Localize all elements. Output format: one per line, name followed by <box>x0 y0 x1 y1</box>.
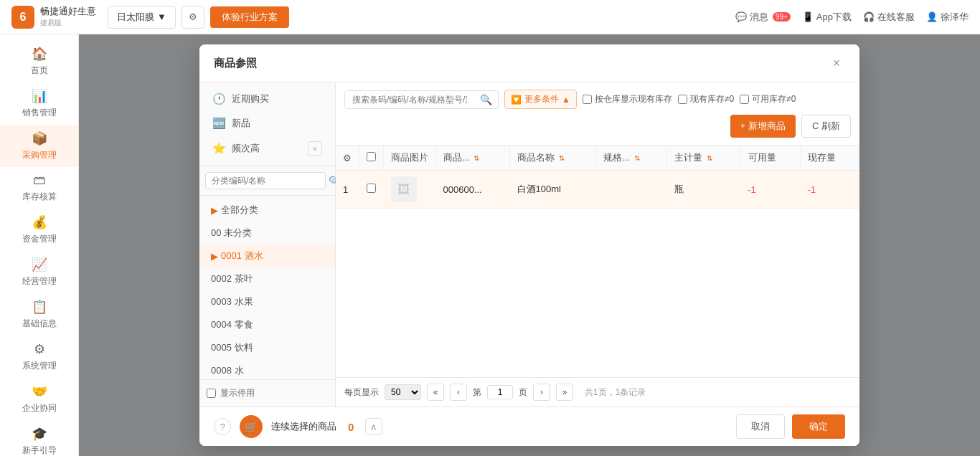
row-checkbox[interactable] <box>359 171 384 209</box>
row-stock: -1 <box>800 171 859 209</box>
show-disabled-checkbox[interactable] <box>207 389 216 398</box>
sidebar-item-enterprise[interactable]: 🤝 企业协同 <box>0 378 78 420</box>
show-disabled-label[interactable]: 显示停用 <box>220 387 255 399</box>
last-page-button[interactable]: » <box>556 384 573 401</box>
nav-dropdown[interactable]: 日太阳膜 ▼ <box>108 6 176 29</box>
category-all[interactable]: ▶ 全部分类 <box>199 199 335 222</box>
main-layout: 🏠 首页 📊 销售管理 📦 采购管理 🗃 库存核算 💰 资金管理 📈 经营管理 … <box>0 34 980 456</box>
collapse-toggle[interactable]: « <box>308 141 322 156</box>
nav-app-download[interactable]: 📱 App下载 <box>802 11 852 24</box>
available-stock-checkbox[interactable] <box>740 95 749 104</box>
row-name: 白酒100ml <box>510 171 596 209</box>
category-snack[interactable]: 0004 零食 <box>199 313 335 336</box>
confirm-button[interactable]: 确定 <box>792 414 845 439</box>
category-search-input[interactable] <box>205 172 326 189</box>
sidebar-item-purchase[interactable]: 📦 采购管理 <box>0 125 78 167</box>
product-search-input[interactable] <box>345 91 474 108</box>
sidebar-item-guide[interactable]: 🎓 新手引导 <box>0 420 78 456</box>
star-icon: ⭐ <box>212 142 226 155</box>
category-uncategorized[interactable]: 00 未分类 <box>199 222 335 244</box>
modal-title: 商品参照 <box>214 57 257 70</box>
warehouse-stock-checkbox[interactable] <box>583 95 592 104</box>
toolbar-right: + 新增商品 C 刷新 <box>730 115 851 138</box>
row-num: 1 <box>336 171 359 209</box>
prev-page-button[interactable]: ‹ <box>450 384 467 401</box>
available-stock-checkbox-label[interactable]: 可用库存≠0 <box>740 93 796 105</box>
th-checkbox <box>359 146 384 171</box>
recent-icon: 🕐 <box>212 92 226 105</box>
product-reference-modal: 商品参照 × 🕐 近期购买 🆕 <box>199 44 859 446</box>
sidebar-item-sales[interactable]: 📊 销售管理 <box>0 82 78 125</box>
help-button[interactable]: ? <box>214 418 231 435</box>
page-number-input[interactable] <box>487 385 513 399</box>
nav-messages[interactable]: 💬 消息 99+ <box>735 11 791 24</box>
gear-icon: ⚙ <box>189 11 197 22</box>
sidebar-item-system[interactable]: ⚙ 系统管理 <box>0 336 78 378</box>
warehouse-stock-checkbox-label[interactable]: 按仓库显示现有库存 <box>583 93 672 105</box>
th-unit[interactable]: 主计量 ⇅ <box>667 146 740 171</box>
logo-icon: 6 <box>11 6 34 29</box>
avatar: 👤 <box>926 11 938 22</box>
sidebar-item-business[interactable]: 📈 经营管理 <box>0 251 78 293</box>
quick-frequent[interactable]: ⭐ 频次高 « <box>205 137 329 160</box>
sidebar-item-home[interactable]: 🏠 首页 <box>0 40 78 82</box>
more-filter-button[interactable]: 🔽 更多条件 ▲ <box>504 90 577 109</box>
cart-button[interactable]: 🛒 <box>240 415 263 438</box>
cancel-button[interactable]: 取消 <box>736 414 785 439</box>
refresh-button[interactable]: C 刷新 <box>801 115 851 138</box>
add-product-button[interactable]: + 新增商品 <box>730 115 796 138</box>
new-icon: 🆕 <box>212 117 226 130</box>
sort-unit-icon: ⇅ <box>707 154 712 162</box>
th-image: 商品图片 <box>384 146 436 171</box>
category-fruit[interactable]: 0003 水果 <box>199 290 335 313</box>
left-panel-footer: 显示停用 <box>199 379 335 407</box>
row-select-checkbox[interactable] <box>367 184 376 193</box>
total-info: 共1页，1条记录 <box>585 386 646 399</box>
guide-icon: 🎓 <box>32 426 47 442</box>
th-code[interactable]: 商品... ⇅ <box>436 146 510 171</box>
table-row[interactable]: 1 🖼 000600... 白酒100ml <box>336 171 859 209</box>
nav-online-service[interactable]: 🎧 在线客服 <box>863 11 915 24</box>
th-stock: 现存量 <box>800 146 859 171</box>
trial-button[interactable]: 体验行业方案 <box>210 6 289 28</box>
sales-icon: 📊 <box>32 88 47 104</box>
modal-close-button[interactable]: × <box>828 54 845 72</box>
current-stock-checkbox-label[interactable]: 现有库存≠0 <box>678 93 734 105</box>
th-name[interactable]: 商品名称 ⇅ <box>510 146 596 171</box>
quick-recent[interactable]: 🕐 近期购买 <box>205 88 329 110</box>
logo-sub: 捷易版 <box>40 18 96 28</box>
next-page-button[interactable]: › <box>533 384 550 401</box>
message-icon: 💬 <box>735 11 747 22</box>
category-active-arrow: ▶ <box>211 251 218 262</box>
select-all-checkbox[interactable] <box>367 152 376 161</box>
current-stock-checkbox[interactable] <box>678 95 687 104</box>
category-beverage[interactable]: 0005 饮料 <box>199 336 335 359</box>
nav-user[interactable]: 👤 徐泽华 <box>926 11 969 24</box>
per-page-select[interactable]: 50 20 100 <box>385 384 421 400</box>
nav-right: 💬 消息 99+ 📱 App下载 🎧 在线客服 👤 徐泽华 <box>735 11 969 24</box>
filter-arrow-icon: ▲ <box>562 95 570 105</box>
row-image: 🖼 <box>384 171 436 209</box>
sidebar-item-basic-info[interactable]: 📋 基础信息 <box>0 293 78 336</box>
row-available: -1 <box>740 171 800 209</box>
first-page-button[interactable]: « <box>427 384 444 401</box>
cart-collapse-button[interactable]: ∧ <box>365 418 382 435</box>
filter-icon: 🔽 <box>511 95 522 105</box>
th-spec[interactable]: 规格... ⇅ <box>596 146 667 171</box>
sidebar-item-finance[interactable]: 💰 资金管理 <box>0 209 78 251</box>
th-settings[interactable]: ⚙ <box>336 146 359 171</box>
modal-footer: ? 🛒 连续选择的商品 0 ∧ 取消 确定 <box>199 407 859 446</box>
per-page-label: 每页显示 <box>344 386 379 399</box>
pagination-bar: 每页显示 50 20 100 « ‹ 第 页 › <box>336 377 859 407</box>
sidebar-item-inventory[interactable]: 🗃 库存核算 <box>0 167 78 209</box>
gear-button[interactable]: ⚙ <box>182 6 204 29</box>
left-panel: 🕐 近期购买 🆕 新品 ⭐ 频次高 « <box>199 82 336 407</box>
sort-spec-icon: ⇅ <box>634 154 640 162</box>
cart-icon: 🛒 <box>244 420 258 434</box>
category-liquor[interactable]: ▶ 0001 酒水 <box>199 244 335 267</box>
product-search-button[interactable]: 🔍 <box>474 91 498 108</box>
category-tea[interactable]: 0002 茶叶 <box>199 267 335 290</box>
content-area: 商品参照 × 🕐 近期购买 🆕 <box>79 34 980 456</box>
quick-new[interactable]: 🆕 新品 <box>205 113 329 134</box>
category-water[interactable]: 0008 水 <box>199 359 335 379</box>
